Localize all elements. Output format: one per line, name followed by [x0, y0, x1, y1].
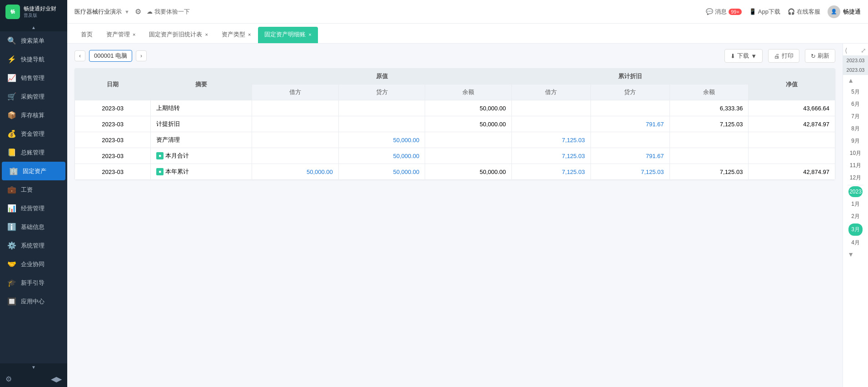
messages-badge: 99+: [729, 9, 742, 15]
experience-btn[interactable]: ☁ 我要体验一下: [147, 8, 190, 16]
sidebar-item-purchase[interactable]: 🛒 采购管理: [0, 87, 67, 106]
refresh-icon: ↻: [811, 53, 816, 60]
timeline-month-3月[interactable]: 3月: [848, 223, 863, 236]
timeline-month-9月[interactable]: 9月: [846, 135, 865, 147]
tab-close-asset_detail[interactable]: ×: [308, 32, 311, 37]
next-asset-btn[interactable]: ›: [136, 50, 147, 61]
sidebar-item-ledger[interactable]: 📒 总账管理: [0, 143, 67, 162]
payroll-icon: 💼: [7, 185, 16, 194]
timeline-content: ▲5月6月7月8月9月10月11月12月20231月2月3月4月▼: [846, 75, 865, 260]
cell-accum-balance-1: 7,125.03: [670, 116, 749, 132]
appdownload-label: App下载: [758, 8, 780, 16]
sidebar-item-appcenter[interactable]: 🔲 应用中心: [0, 292, 67, 311]
cell-net-value-1: 42,874.97: [749, 116, 835, 132]
sidebar-item-payroll[interactable]: 💼 工资: [0, 180, 67, 199]
cell-accum-debit-1: [511, 116, 590, 132]
sidebar-item-sysmanage[interactable]: ⚙️ 系统管理: [0, 236, 67, 255]
refresh-btn[interactable]: ↻ 刷新: [805, 49, 835, 63]
collapse-icon[interactable]: ◀▶: [51, 375, 62, 383]
timeline-nav-up[interactable]: ▲: [846, 75, 865, 86]
print-label: 打印: [782, 52, 794, 60]
timeline-month-2月[interactable]: 2月: [846, 210, 865, 223]
page-toolbar: ‹ 000001 电脑 › ⬇ 下载 ▼ 🖨 打印: [74, 49, 835, 63]
tab-close-asset_type[interactable]: ×: [248, 32, 251, 37]
sidebar-logo: 畅: [5, 5, 20, 19]
topbar-settings-icon[interactable]: ⚙: [135, 7, 141, 16]
sidebar-scroll-up[interactable]: ▲: [0, 24, 67, 31]
sidebar-label-quicknav: 快捷导航: [21, 55, 45, 64]
prev-arrow-icon: ‹: [79, 53, 81, 59]
tabs-bar: 首页资产管理×固定资产折旧统计表×资产类型×固定资产明细账×: [67, 24, 868, 44]
sidebar-subtitle: 普及版: [24, 12, 56, 19]
settings-icon[interactable]: ⚙: [5, 375, 12, 383]
sidebar-label-sysmanage: 系统管理: [21, 242, 45, 250]
sidebar-item-sales[interactable]: 📈 销售管理: [0, 69, 67, 87]
sidebar-item-fixedassets[interactable]: 🏢 固定资产: [2, 162, 65, 180]
user-menu[interactable]: 👤 畅捷通: [828, 5, 861, 18]
timeline-month-5月[interactable]: 5月: [846, 86, 865, 98]
timeline-month-6月[interactable]: 6月: [846, 98, 865, 110]
tab-label-home: 首页: [81, 30, 93, 39]
sidebar-item-newguide[interactable]: 🎓 新手引导: [0, 273, 67, 292]
download-arrow-icon: ▼: [751, 53, 757, 60]
timeline-month-7月[interactable]: 7月: [846, 110, 865, 123]
sidebar-item-enterprise[interactable]: 🤝 企业协同: [0, 255, 67, 273]
timeline-nav-down[interactable]: ▼: [846, 249, 865, 260]
row-badge-3: ■: [156, 152, 164, 159]
tab-home[interactable]: 首页: [74, 27, 99, 43]
company-selector[interactable]: 医疗器械行业演示 ▼: [74, 8, 129, 16]
download-btn[interactable]: ⬇ 下载 ▼: [724, 49, 763, 63]
tab-asset_detail[interactable]: 固定资产明细账×: [258, 27, 317, 43]
messages-btn[interactable]: 💬 消息 99+: [706, 8, 742, 16]
cell-orig-debit-0: [252, 100, 339, 116]
tab-depreciation_stats[interactable]: 固定资产折旧统计表×: [143, 27, 214, 43]
timeline-fullscreen-icon[interactable]: ⤢: [861, 47, 866, 54]
timeline-header1: 2023.03: [843, 56, 868, 65]
cell-orig-balance-2: [425, 132, 512, 148]
timeline-active-year[interactable]: 2023: [848, 186, 863, 197]
sidebar-label-basicinfo: 基础信息: [21, 223, 45, 231]
timeline-month-1月[interactable]: 1月: [846, 198, 865, 210]
topbar: 医疗器械行业演示 ▼ ⚙ ☁ 我要体验一下 💬 消息 99+ 📱 App下载 🎧…: [67, 0, 868, 24]
print-btn[interactable]: 🖨 打印: [768, 49, 799, 63]
prev-asset-btn[interactable]: ‹: [74, 50, 85, 61]
phone-icon: 📱: [749, 8, 756, 15]
timeline-month-11月[interactable]: 11月: [846, 159, 865, 172]
cell-summary-0: 上期结转: [151, 100, 252, 116]
tab-asset_management[interactable]: 资产管理×: [100, 27, 142, 43]
operations-icon: 📊: [7, 204, 16, 213]
th-net-value: 净值: [749, 69, 835, 100]
tab-close-depreciation_stats[interactable]: ×: [205, 32, 208, 37]
timeline-expand-icon[interactable]: ⟨: [845, 47, 847, 54]
sidebar-item-funds[interactable]: 💰 资金管理: [0, 124, 67, 143]
timeline-month-12月[interactable]: 12月: [846, 172, 865, 184]
asset-detail-table: 日期 摘要 原值 累计折旧 净值 借方 贷方 余额 借方 贷方 余额: [74, 68, 835, 180]
sidebar-item-operations[interactable]: 📊 经营管理: [0, 199, 67, 218]
timeline-panel-controls: ⟨ ⤢: [843, 45, 868, 56]
basicinfo-icon: ℹ️: [7, 223, 16, 231]
th-orig-debit: 借方: [252, 84, 339, 100]
sidebar-item-basicinfo[interactable]: ℹ️ 基础信息: [0, 218, 67, 236]
tab-asset_type[interactable]: 资产类型×: [215, 27, 257, 43]
tab-close-asset_management[interactable]: ×: [133, 32, 135, 37]
timeline-month-4月[interactable]: 4月: [846, 237, 865, 249]
th-date: 日期: [75, 69, 151, 100]
cell-accum-debit-4: 7,125.03: [511, 164, 590, 180]
topbar-right: 💬 消息 99+ 📱 App下载 🎧 在线客服 👤 畅捷通: [706, 5, 861, 18]
customer-service-btn[interactable]: 🎧 在线客服: [788, 8, 820, 16]
refresh-label: 刷新: [818, 52, 829, 60]
cell-summary-1: 计提折旧: [151, 116, 252, 132]
sidebar-item-quicknav[interactable]: ⚡ 快捷导航: [0, 50, 67, 69]
sidebar-item-search[interactable]: 🔍 搜索菜单: [0, 31, 67, 50]
company-name: 医疗器械行业演示: [74, 8, 122, 16]
timeline-month-8月[interactable]: 8月: [846, 123, 865, 135]
sidebar-item-inventory[interactable]: 📦 库存核算: [0, 106, 67, 124]
th-accum-balance: 余额: [670, 84, 749, 100]
cell-accum-balance-0: 6,333.36: [670, 100, 749, 116]
main-area: 医疗器械行业演示 ▼ ⚙ ☁ 我要体验一下 💬 消息 99+ 📱 App下载 🎧…: [67, 0, 868, 387]
timeline-month-10月[interactable]: 10月: [846, 147, 865, 159]
appdownload-btn[interactable]: 📱 App下载: [749, 8, 780, 16]
sidebar-scroll-down[interactable]: ▼: [0, 363, 67, 371]
tab-label-asset_type: 资产类型: [222, 30, 245, 39]
cell-orig-balance-0: 50,000.00: [425, 100, 512, 116]
